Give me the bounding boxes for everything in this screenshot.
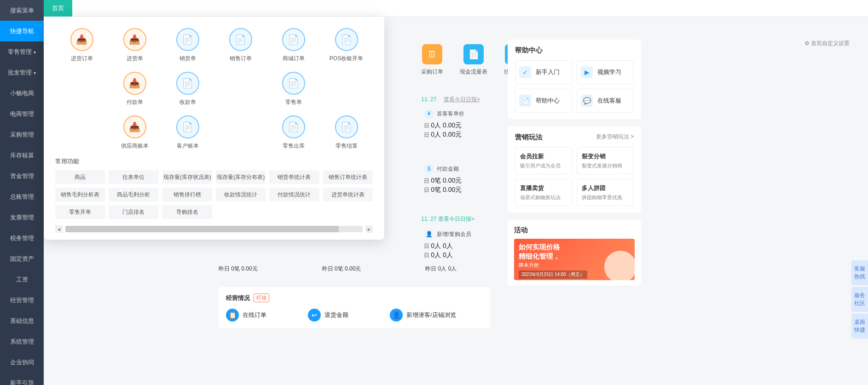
marketing-tile-live[interactable]: 直播卖货场景式购物新玩法	[515, 179, 572, 206]
sidebar-item-wholesale[interactable]: 批发管理	[0, 62, 44, 83]
common-btn-1[interactable]: 往来单位	[109, 170, 158, 184]
flow-out-bill[interactable]: 📄销货单	[161, 28, 214, 63]
sidebar-item-operations[interactable]: 经营管理	[0, 290, 44, 310]
common-btn-10[interactable]: 付款情况统计	[269, 188, 319, 201]
flow-in-order[interactable]: 📥进货订单	[55, 28, 108, 63]
sidebar-item-quicknav[interactable]: 快捷导航	[0, 21, 44, 41]
marketing-tile-member[interactable]: 会员拉新吸引用户成为会员	[515, 147, 572, 174]
quick-action-cashflow[interactable]: 📄现金流量表	[460, 44, 487, 76]
flow-mall-order[interactable]: 📄商城订单	[267, 28, 320, 63]
flow-receive[interactable]: 📄收款单	[161, 72, 214, 106]
common-functions-label: 常用功能	[55, 157, 373, 166]
scroll-right-icon[interactable]: ►	[365, 225, 373, 233]
help-tile-center[interactable]: 📄帮助中心	[515, 89, 572, 113]
sticky-hotline[interactable]: 客服热线	[851, 260, 868, 285]
sidebar-item-tax[interactable]: 税务管理	[0, 228, 44, 248]
retail-settle-icon: 📄	[335, 115, 358, 138]
customize-home-link[interactable]: ⚙ 首页自定义设置	[804, 40, 850, 47]
play-icon: ▶	[581, 66, 593, 78]
scroll-track[interactable]	[65, 226, 363, 232]
activity-title: 活动	[514, 225, 635, 235]
help-tile-support[interactable]: 💬在线客服	[577, 89, 634, 113]
view-daily-report-link[interactable]: 查看今日日报>	[444, 96, 480, 103]
common-btn-12[interactable]: 零售开单	[55, 205, 105, 219]
quick-action-purchase-order[interactable]: 🗓采购订单	[421, 44, 443, 76]
customer-ledger-icon: 📄	[176, 115, 199, 138]
help-tile-video[interactable]: ▶视频学习	[577, 60, 634, 84]
doc-icon: 📄	[519, 95, 531, 107]
gear-icon: ⚙	[804, 40, 810, 46]
return-icon: ↩	[308, 309, 321, 322]
common-btn-8[interactable]: 销售排行榜	[162, 188, 212, 201]
speaker-avatar	[604, 251, 635, 280]
scroll-left-icon[interactable]: ◄	[55, 225, 63, 233]
sticky-community[interactable]: 服务社区	[851, 287, 868, 312]
in-bill-icon: 📥	[123, 28, 146, 51]
common-btn-7[interactable]: 商品毛利分析	[109, 188, 158, 201]
sidebar-item-invoice[interactable]: 发票管理	[0, 207, 44, 228]
flow-pay[interactable]: 📥付款单	[108, 72, 161, 106]
sidebar-item-ledger[interactable]: 总账管理	[0, 186, 44, 207]
sidebar-item-collab[interactable]: 企业协同	[0, 352, 44, 373]
sidebar: 搜索菜单 快捷导航 零售管理 批发管理 小畅电商 电商管理 采购管理 库存核算 …	[0, 0, 44, 385]
sticky-side-tabs: 客服热线 服务社区 桌面快捷	[851, 260, 868, 340]
sidebar-item-basicinfo[interactable]: 基础信息	[0, 310, 44, 331]
sticky-desktop[interactable]: 桌面快捷	[851, 314, 868, 339]
common-btn-4[interactable]: 销货单统计表	[269, 170, 319, 184]
chat-icon: 💬	[581, 95, 593, 107]
flow-pos[interactable]: 📄POS收银开单	[320, 28, 373, 63]
flow-sale-order[interactable]: 📄销售订单	[214, 28, 267, 63]
daily-report-mid: 11: 27 查看今日日报>	[421, 215, 475, 223]
biz-online-order[interactable]: 📋在线订单	[226, 309, 266, 322]
flow-customer-ledger[interactable]: 📄客户账本	[161, 115, 214, 150]
flow-retail[interactable]: 📄零售单	[267, 72, 320, 106]
sidebar-item-system[interactable]: 系统管理	[0, 331, 44, 352]
common-btn-0[interactable]: 商品	[55, 170, 105, 184]
help-tile-getting-started[interactable]: ✓新手入门	[515, 60, 572, 84]
help-title: 帮助中心	[515, 46, 634, 55]
help-card: 帮助中心 ✓新手入门 ▶视频学习 📄帮助中心 💬在线客服	[508, 40, 641, 119]
sidebar-item-xiaochang[interactable]: 小畅电商	[0, 83, 44, 103]
sidebar-item-inventory[interactable]: 库存核算	[0, 145, 44, 166]
sidebar-item-purchase[interactable]: 采购管理	[0, 124, 44, 145]
pricetag-icon: ¥	[424, 109, 434, 119]
common-btn-14[interactable]: 导购排名	[162, 205, 212, 219]
tab-home[interactable]: 首页	[44, 0, 72, 17]
report-time: 11: 27	[421, 96, 436, 103]
activity-card: 活动 如何实现价格精细化管理， 降本升效 2022年9月23日 14:00（周五…	[508, 220, 641, 286]
flow-retail-settle[interactable]: 📄零售结算	[320, 115, 373, 150]
retail-out-icon: 📄	[282, 115, 305, 138]
sidebar-item-finance[interactable]: 资金管理	[0, 166, 44, 186]
sale-order-icon: 📄	[229, 28, 252, 51]
retail-icon: 📄	[282, 72, 305, 95]
business-title: 经营情况	[226, 294, 250, 302]
view-daily-report-link-2[interactable]: 查看今日日报>	[438, 216, 475, 222]
flow-in-bill[interactable]: 📥进货单	[108, 28, 161, 63]
sidebar-item-guide[interactable]: 新手引导	[0, 373, 44, 385]
flow-supplier-ledger[interactable]: 📥供应商账本	[108, 115, 161, 150]
common-btn-2[interactable]: 现存量(库存状况表)	[162, 170, 212, 184]
marketing-tile-group[interactable]: 多人拼团拼团购物享受优惠	[577, 179, 634, 206]
common-btn-5[interactable]: 销售订单统计表	[323, 170, 373, 184]
sidebar-item-assets[interactable]: 固定资产	[0, 248, 44, 269]
common-btn-3[interactable]: 现存量(库存分布表)	[216, 170, 266, 184]
visitor-icon: 👤	[390, 309, 403, 322]
sidebar-item-ecommerce[interactable]: 电商管理	[0, 103, 44, 124]
common-btn-6[interactable]: 销售毛利分析表	[55, 188, 105, 201]
activity-banner[interactable]: 如何实现价格精细化管理， 降本升效 2022年9月23日 14:00（周五）	[514, 239, 635, 280]
common-btn-11[interactable]: 进货单统计表	[323, 188, 373, 201]
marketing-tile-fission[interactable]: 裂变分销裂变式发展分销商	[577, 147, 634, 174]
sidebar-item-retail[interactable]: 零售管理	[0, 41, 44, 62]
common-btn-9[interactable]: 收款情况统计	[216, 188, 266, 201]
in-order-icon: 📥	[70, 28, 93, 51]
mall-order-icon: 📄	[282, 28, 305, 51]
biz-return[interactable]: ↩退货金额	[308, 309, 348, 322]
sidebar-search[interactable]: 搜索菜单	[0, 0, 44, 21]
flyout-scrollbar[interactable]: ◄ ►	[55, 225, 373, 233]
sidebar-item-salary[interactable]: 工资	[0, 269, 44, 290]
common-btn-13[interactable]: 门店排名	[109, 205, 158, 219]
receive-icon: 📄	[176, 72, 199, 95]
marketing-more-link[interactable]: 更多营销玩法 >	[596, 133, 634, 141]
biz-visitor[interactable]: 👤新增潜客/店铺浏览	[390, 309, 456, 322]
flow-retail-out[interactable]: 📄零售出库	[267, 115, 320, 150]
